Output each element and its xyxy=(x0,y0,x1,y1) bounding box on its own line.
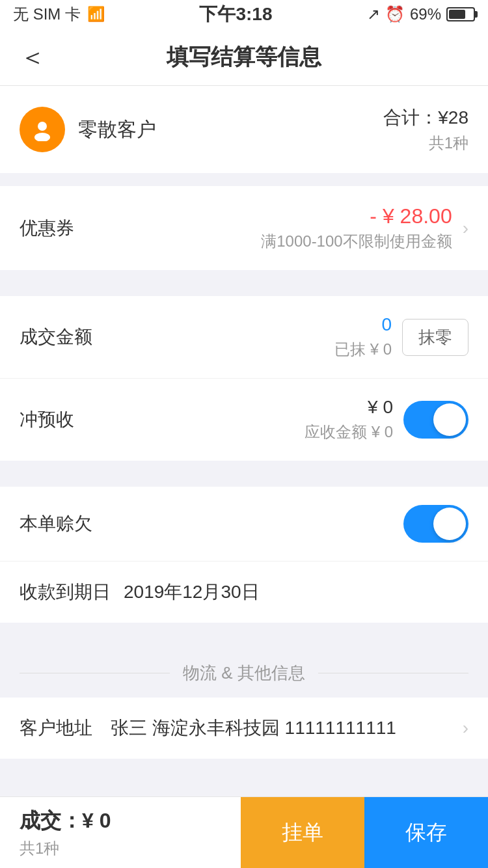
bottom-info: 成交：¥ 0 共1种 xyxy=(0,807,241,859)
debt-toggle[interactable] xyxy=(403,505,468,543)
svg-point-0 xyxy=(38,122,47,131)
location-icon: ↗ xyxy=(367,5,380,23)
battery-icon xyxy=(446,7,475,21)
status-bar: 无 SIM 卡 📶 下午3:18 ↗ ⏰ 69% xyxy=(0,0,488,29)
prepayment-label: 冲预收 xyxy=(20,407,74,432)
coupon-value-block: - ¥ 28.00 满1000-100不限制使用金额 xyxy=(261,204,452,252)
nav-bar: ＜ 填写结算等信息 xyxy=(0,29,488,86)
customer-name: 零散客户 xyxy=(78,116,156,143)
deal-amount-right: 0 已抹 ¥ 0 抹零 xyxy=(334,314,468,360)
due-date-value: 2019年12月30日 xyxy=(124,580,260,604)
carrier-text: 无 SIM 卡 xyxy=(13,4,81,25)
status-time: 下午3:18 xyxy=(199,2,272,27)
coupon-right: - ¥ 28.00 满1000-100不限制使用金额 › xyxy=(261,204,468,252)
toggle-knob xyxy=(433,403,466,436)
deal-amount-label: 成交金额 xyxy=(20,325,92,349)
logistics-line-left xyxy=(20,673,170,673)
address-chevron: › xyxy=(463,718,468,739)
address-chevron-icon: › xyxy=(463,718,468,739)
debt-right xyxy=(403,505,468,543)
prepayment-value-block: ¥ 0 应收金额 ¥ 0 xyxy=(305,397,393,442)
customer-avatar xyxy=(20,107,65,152)
customer-section: 零散客户 合计：¥28 共1种 xyxy=(0,86,488,173)
prepayment-toggle[interactable] xyxy=(403,401,468,439)
battery-text: 69% xyxy=(410,5,441,23)
wifi-icon: 📶 xyxy=(87,6,105,23)
coupon-chevron-icon: › xyxy=(463,218,468,239)
coupon-section: 优惠券 - ¥ 28.00 满1000-100不限制使用金额 › xyxy=(0,186,488,270)
prepayment-sub: 应收金额 ¥ 0 xyxy=(305,422,393,442)
prepayment-right: ¥ 0 应收金额 ¥ 0 xyxy=(305,397,468,442)
debt-toggle-knob xyxy=(433,508,466,540)
bottom-count: 共1种 xyxy=(20,838,221,859)
round-off-button[interactable]: 抹零 xyxy=(402,319,468,356)
deal-amount-row: 成交金额 0 已抹 ¥ 0 抹零 xyxy=(0,296,488,379)
deal-amount-value: 0 xyxy=(381,314,392,334)
page-title: 填写结算等信息 xyxy=(167,42,321,72)
address-row[interactable]: 客户地址 张三 海淀永丰科技园 11111111111 › xyxy=(0,698,488,759)
bottom-bar: 成交：¥ 0 共1种 挂单 保存 xyxy=(0,796,488,868)
customer-right: 合计：¥28 共1种 xyxy=(383,105,468,154)
deal-amount-sub: 已抹 ¥ 0 xyxy=(334,339,392,360)
divider-3 xyxy=(0,636,488,649)
bottom-deal-value: ¥ 0 xyxy=(82,809,111,832)
back-button[interactable]: ＜ xyxy=(20,39,59,75)
address-label: 客户地址 xyxy=(20,716,98,740)
logistics-line-right xyxy=(318,673,468,673)
divider-1 xyxy=(0,283,488,296)
svg-point-1 xyxy=(34,133,50,141)
debt-label: 本单赊欠 xyxy=(20,511,92,536)
deal-amount-section: 成交金额 0 已抹 ¥ 0 抹零 冲预收 ¥ 0 应收金额 ¥ 0 xyxy=(0,296,488,461)
due-date-row: 收款到期日 2019年12月30日 xyxy=(0,562,488,623)
bottom-deal-label: 成交： xyxy=(20,809,82,832)
coupon-amount: - ¥ 28.00 xyxy=(261,204,452,228)
due-date-label: 收款到期日 xyxy=(20,580,111,604)
status-right: ↗ ⏰ 69% xyxy=(367,5,475,23)
logistics-label: 物流 & 其他信息 xyxy=(183,662,305,685)
alarm-icon: ⏰ xyxy=(385,5,405,23)
coupon-row[interactable]: 优惠券 - ¥ 28.00 满1000-100不限制使用金额 › xyxy=(0,186,488,270)
prepayment-amount: ¥ 0 xyxy=(368,397,393,417)
coupon-label: 优惠券 xyxy=(20,216,74,241)
coupon-desc: 满1000-100不限制使用金额 xyxy=(261,231,452,252)
prepayment-row: 冲预收 ¥ 0 应收金额 ¥ 0 xyxy=(0,379,488,461)
save-button[interactable]: 保存 xyxy=(364,797,488,869)
debt-section: 本单赊欠 收款到期日 2019年12月30日 xyxy=(0,487,488,623)
customer-left: 零散客户 xyxy=(20,107,156,152)
address-value: 张三 海淀永丰科技园 11111111111 xyxy=(111,716,463,740)
deal-amount-value-block: 0 已抹 ¥ 0 xyxy=(334,314,392,360)
customer-total: 合计：¥28 xyxy=(383,105,468,130)
hold-button[interactable]: 挂单 xyxy=(241,797,364,869)
logistics-header: 物流 & 其他信息 xyxy=(0,649,488,698)
page-content: 零散客户 合计：¥28 共1种 优惠券 - ¥ 28.00 满1000-100不… xyxy=(0,86,488,850)
divider-2 xyxy=(0,474,488,487)
customer-count: 共1种 xyxy=(383,133,468,154)
status-left: 无 SIM 卡 📶 xyxy=(13,4,105,25)
bottom-deal-row: 成交：¥ 0 xyxy=(20,807,221,835)
debt-row: 本单赊欠 xyxy=(0,487,488,562)
